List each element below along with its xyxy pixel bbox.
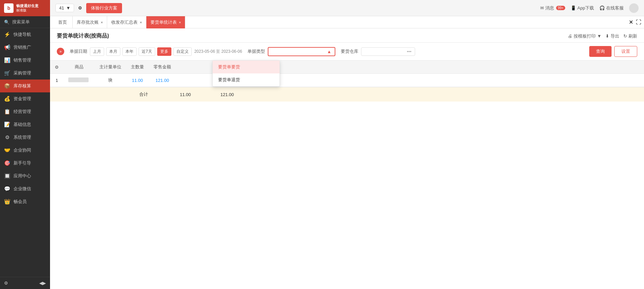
header-settings-icon[interactable]: ⚙	[78, 5, 82, 10]
member-icon: 👑	[4, 199, 10, 205]
sidebar-item-purchase[interactable]: 🛒 采购管理	[0, 67, 50, 80]
page-header: 要货单统计表(按商品) 🖨 按模板打印 ▼ ⬇ 导出 ↻ 刷新	[50, 28, 644, 43]
type-filter-section: 单据类型 ▲	[247, 47, 335, 56]
messages-item[interactable]: ✉ 消息 99+	[540, 5, 565, 11]
sidebar-item-sales[interactable]: 📊 销售管理	[0, 54, 50, 67]
filter-actions: 查询 设置	[589, 46, 637, 57]
close-order-stats-icon[interactable]: ×	[179, 20, 181, 24]
page-actions: 🖨 按模板打印 ▼ ⬇ 导出 ↻ 刷新	[568, 33, 637, 39]
collapse-icon[interactable]: ◀▶	[39, 281, 46, 286]
logo-text: 畅捷通好生意 标准版	[16, 3, 39, 13]
date-custom[interactable]: 自定义	[173, 47, 192, 56]
data-table: ⚙ 商品 主计量单位 主数量 零售金额 1 块 11.00 121.00	[50, 61, 644, 87]
guide-icon: 🎯	[4, 160, 10, 166]
date-curr-year[interactable]: 本年	[122, 47, 137, 56]
footer-amount: 121.00	[216, 92, 256, 97]
filter-settings-button[interactable]: 设置	[614, 46, 637, 57]
date-filter-section: 单据日期 上月 本月 本年 近7天 更多 自定义 2023-05-06 至 20…	[70, 47, 242, 56]
enterprise-icon: 🤝	[4, 147, 10, 153]
purchase-icon: 🛒	[4, 70, 10, 76]
sidebar-item-apps[interactable]: 🔲 应用中心	[0, 170, 50, 182]
page-title: 要货单统计表(按商品)	[57, 32, 109, 40]
date-label: 单据日期	[70, 48, 87, 54]
close-batch-icon[interactable]: ×	[101, 20, 103, 24]
sidebar-item-guide[interactable]: 🎯 新手引导	[0, 157, 50, 170]
sidebar-item-system[interactable]: ⚙ 系统管理	[0, 131, 50, 144]
app-download-item[interactable]: 📱 App下载	[571, 5, 594, 11]
date-curr-month[interactable]: 本月	[106, 47, 120, 56]
main-content: 41 ▼ ⚙ 体验行业方案 ✉ 消息 99+ 📱 App下载 🎧 在线客服	[50, 0, 644, 289]
top-header: 41 ▼ ⚙ 体验行业方案 ✉ 消息 99+ 📱 App下载 🎧 在线客服	[50, 0, 644, 16]
settings-footer-icon[interactable]: ⚙	[4, 281, 8, 286]
sidebar-item-basic[interactable]: 📝 基础信息	[0, 118, 50, 131]
type-dropdown-popup: 要货单要货 要货单退货	[212, 60, 280, 87]
table-footer: 合计 11.00 121.00	[50, 87, 644, 102]
warehouse-field[interactable]: •••	[361, 47, 415, 56]
date-prev-month[interactable]: 上月	[90, 47, 104, 56]
print-chevron-icon: ▼	[597, 34, 601, 39]
sidebar-item-shortcut[interactable]: ⚡ 快捷导航	[0, 28, 50, 41]
shortcut-icon: ⚡	[4, 31, 10, 38]
warehouse-more-icon: •••	[407, 49, 411, 54]
sidebar-item-enterprise[interactable]: 🤝 企业协同	[0, 144, 50, 157]
header-left: 41 ▼ ⚙ 体验行业方案	[55, 3, 122, 13]
footer-label: 合计	[135, 91, 175, 97]
type-label: 单据类型	[247, 48, 265, 54]
col-settings[interactable]: ⚙	[50, 61, 64, 74]
col-amount: 零售金额	[149, 61, 176, 74]
system-icon: ⚙	[4, 134, 10, 140]
filter-bar: » 单据日期 上月 本月 本年 近7天 更多 自定义 2023-05-06 至 …	[50, 43, 644, 61]
sidebar-nav: ⚡ 快捷导航 📢 营销推广 📊 销售管理 🛒 采购管理 📦 库存核算 💰 资金管…	[0, 28, 50, 277]
date-more[interactable]: 更多	[157, 47, 171, 56]
print-template-btn[interactable]: 🖨 按模板打印 ▼	[568, 33, 601, 39]
sidebar-item-operation[interactable]: 📋 经营管理	[0, 105, 50, 118]
marketing-icon: 📢	[4, 44, 10, 50]
finance-icon: 💰	[4, 96, 10, 102]
table-row: 1 块 11.00 121.00	[50, 74, 644, 87]
tab-close-all-icon[interactable]: ✕	[629, 19, 633, 25]
shop-selector[interactable]: 41 ▼	[55, 4, 74, 12]
table-header-row: ⚙ 商品 主计量单位 主数量 零售金额	[50, 61, 644, 74]
sidebar-item-wechat[interactable]: 💬 企业微信	[0, 182, 50, 195]
sidebar-search[interactable]: 🔍 搜索菜单	[0, 16, 50, 28]
col-unit: 主计量单位	[95, 61, 126, 74]
expand-filter-btn[interactable]: »	[57, 48, 64, 55]
tab-order-stats[interactable]: 要货单统计表 ×	[146, 16, 185, 28]
close-receivables-icon[interactable]: ×	[140, 20, 142, 24]
sidebar-item-inventory[interactable]: 📦 库存核算	[0, 80, 50, 92]
logo-icon: b	[4, 3, 14, 13]
sidebar-footer: ⚙ ◀▶	[0, 277, 50, 289]
tab-receivables[interactable]: 收发存汇总表 ×	[107, 16, 146, 28]
refresh-icon: ↻	[623, 34, 627, 39]
query-button[interactable]: 查询	[589, 46, 612, 57]
tabs-bar: 首页 库存批次账 × 收发存汇总表 × 要货单统计表 × ✕ ⛶	[50, 16, 644, 28]
avatar[interactable]	[629, 3, 639, 13]
sidebar-item-member[interactable]: 👑 畅会员	[0, 195, 50, 208]
tab-batch[interactable]: 库存批次账 ×	[73, 16, 107, 28]
refresh-btn[interactable]: ↻ 刷新	[623, 33, 637, 39]
trial-button[interactable]: 体验行业方案	[86, 3, 122, 13]
export-btn[interactable]: ⬇ 导出	[605, 33, 619, 39]
messages-icon: ✉	[540, 5, 544, 10]
dropdown-option-order-goods[interactable]: 要货单要货	[213, 61, 280, 73]
row-product	[64, 74, 95, 87]
date-7days[interactable]: 近7天	[139, 47, 155, 56]
tab-home[interactable]: 首页	[53, 16, 73, 28]
online-service-item[interactable]: 🎧 在线客服	[599, 5, 624, 11]
data-table-container: ⚙ 商品 主计量单位 主数量 零售金额 1 块 11.00 121.00	[50, 61, 644, 289]
sidebar-item-marketing[interactable]: 📢 营销推广	[0, 41, 50, 54]
tab-expand-icon[interactable]: ⛶	[636, 19, 641, 25]
print-icon: 🖨	[568, 34, 572, 39]
inventory-icon: 📦	[4, 83, 10, 89]
download-icon: 📱	[571, 5, 576, 10]
dropdown-option-order-return[interactable]: 要货单退货	[213, 73, 280, 86]
col-qty: 主数量	[126, 61, 149, 74]
warehouse-label: 要货仓库	[341, 48, 358, 54]
search-icon: 🔍	[4, 20, 9, 25]
apps-icon: 🔲	[4, 173, 10, 179]
row-qty: 11.00	[126, 74, 149, 87]
footer-qty: 11.00	[175, 92, 216, 97]
type-dropdown[interactable]: ▲	[268, 47, 335, 56]
col-product: 商品	[64, 61, 95, 74]
sidebar-item-finance[interactable]: 💰 资金管理	[0, 92, 50, 105]
